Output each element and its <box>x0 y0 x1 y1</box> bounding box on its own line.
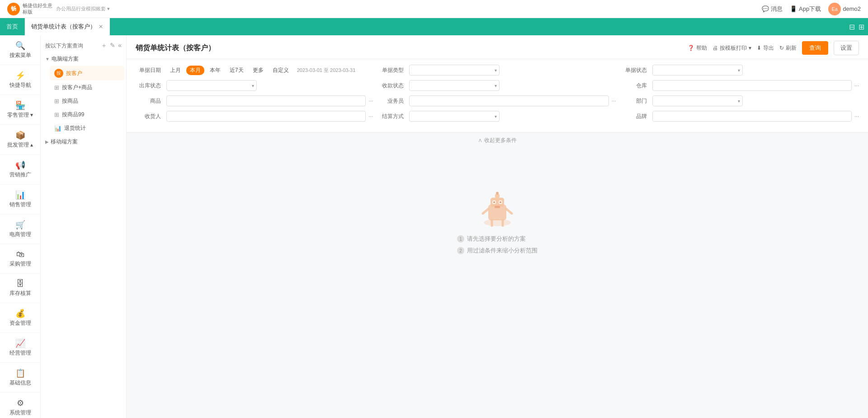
purchase-icon: 🛍 <box>0 250 40 259</box>
sidebar-item-quicknav[interactable]: ⚡ 快捷导航 <box>0 65 40 95</box>
tree-arrow-desktop: ▼ <box>45 57 50 62</box>
doc-type-select-wrapper: ▾ <box>409 65 500 76</box>
by-customer-goods-icon: ⊞ <box>54 84 59 91</box>
sidebar-item-search[interactable]: 🔍 搜索菜单 <box>0 35 40 65</box>
left-panel: 按以下方案查询 ＋ ✎ « ▼ 电脑端方案 按 <box>41 35 127 418</box>
doc-type-label: 单据类型 <box>378 66 404 74</box>
refresh-button[interactable]: ↻ 刷新 <box>779 44 797 52</box>
by-goods-99-icon: ⊞ <box>54 111 59 118</box>
sidebar-item-ecommerce[interactable]: 🛒 电商管理 <box>0 214 40 244</box>
help-button[interactable]: ❓ 帮助 <box>688 44 707 52</box>
tree-mobile-header[interactable]: ▶ 移动端方案 <box>41 135 126 148</box>
sidebar-item-operations[interactable]: 📈 经营管理 <box>0 333 40 363</box>
receiver-more[interactable]: ··· <box>368 113 373 119</box>
warehouse-label: 仓库 <box>622 82 647 90</box>
by-goods-icon: ⊞ <box>54 98 59 104</box>
empty-illustration <box>475 184 520 229</box>
date-tab-this-year[interactable]: 本年 <box>206 66 224 75</box>
logo-icon: 畅 <box>7 3 20 15</box>
brand-control: ··· <box>652 111 859 122</box>
department-select[interactable] <box>652 95 743 106</box>
tree-desktop-header[interactable]: ▼ 电脑端方案 <box>41 52 126 66</box>
system-icon: ⚙ <box>0 398 40 408</box>
tab-minimize-button[interactable]: ⊟ <box>849 23 855 31</box>
add-scheme-button[interactable]: ＋ <box>101 42 107 50</box>
brand-input[interactable] <box>652 111 852 122</box>
goods-control: ··· <box>166 95 373 106</box>
sidebar-item-inventory[interactable]: 🗄 库存核算 <box>0 274 40 303</box>
message-icon: 💬 <box>762 5 769 12</box>
app-download-button[interactable]: 📱 App下载 <box>790 5 821 13</box>
warehouse-input[interactable] <box>652 80 852 91</box>
app-icon: 📱 <box>790 5 797 12</box>
page-actions: ❓ 帮助 🖨 按模板打印 ▾ ⬇ 导出 ↻ 刷新 <box>688 41 859 55</box>
collapse-row[interactable]: ∧ 收起更多条件 <box>127 133 868 148</box>
date-control: 上月 本月 本年 近7天 更多 自定义 2023-03-01 至 2023-03… <box>166 66 373 75</box>
date-tab-more[interactable]: 更多 <box>249 66 267 75</box>
receiver-input[interactable] <box>166 111 366 122</box>
user-menu[interactable]: Ea demo2 <box>828 3 861 15</box>
date-label: 单据日期 <box>136 66 161 74</box>
edit-scheme-button[interactable]: ✎ <box>110 42 115 50</box>
tree-leaf-by-customer-goods[interactable]: ⊞ 按客户+商品 <box>50 81 124 94</box>
brand-more[interactable]: ··· <box>854 113 859 119</box>
goods-input[interactable] <box>166 95 366 106</box>
refresh-icon: ↻ <box>779 45 784 51</box>
settlement-select-wrapper: ▾ <box>409 111 500 122</box>
doc-status-select-wrapper: ▾ <box>652 65 743 76</box>
date-tab-custom[interactable]: 自定义 <box>269 66 292 75</box>
tree-leaf-by-customer[interactable]: 按 按客户 <box>50 66 124 81</box>
svg-point-6 <box>500 201 501 203</box>
export-button[interactable]: ⬇ 导出 <box>757 44 774 52</box>
tab-bar-right: ⊟ ⊞ <box>849 23 868 31</box>
receipt-status-label: 收款状态 <box>378 82 404 90</box>
receipt-status-select[interactable] <box>409 80 500 91</box>
date-tab-last7[interactable]: 近7天 <box>226 66 247 75</box>
collapse-panel-button[interactable]: « <box>118 42 122 50</box>
brand-label: 品牌 <box>622 113 647 120</box>
salesperson-control: ··· <box>409 95 616 106</box>
doc-type-select[interactable] <box>409 65 500 76</box>
tree-arrow-mobile: ▶ <box>45 139 49 144</box>
out-status-select[interactable] <box>166 80 257 91</box>
department-control: ▾ <box>652 95 859 106</box>
doc-status-label: 单据状态 <box>622 66 647 74</box>
warehouse-more[interactable]: ··· <box>854 82 859 89</box>
sidebar-item-finance[interactable]: 💰 资金管理 <box>0 303 40 333</box>
settlement-select[interactable] <box>409 111 500 122</box>
message-button[interactable]: 💬 消息 <box>762 5 783 13</box>
tree-leaf-return-stats[interactable]: 📊 退货统计 <box>50 122 124 135</box>
query-button[interactable]: 查询 <box>802 41 828 55</box>
goods-label: 商品 <box>136 97 161 105</box>
tree-desktop: ▼ 电脑端方案 按 按客户 ⊞ 按客户+商品 ⊞ <box>41 52 126 135</box>
empty-tip-2: 2 用过滤条件来缩小分析范围 <box>457 247 538 255</box>
sidebar-item-basic[interactable]: 📋 基础信息 <box>0 363 40 393</box>
tab-close-icon[interactable]: ✕ <box>99 24 103 30</box>
sidebar-item-sales[interactable]: 📊 销售管理 <box>0 185 40 214</box>
template-print-button[interactable]: 🖨 按模板打印 ▾ <box>712 44 751 52</box>
sidebar-item-wholesale[interactable]: 📦 批发管理 ▴ <box>0 125 40 155</box>
header-right: 💬 消息 📱 App下载 Ea demo2 <box>762 3 861 15</box>
tab-sales-stats[interactable]: 销货单统计表（按客户） ✕ <box>25 18 110 35</box>
salesperson-input[interactable] <box>409 95 609 106</box>
settings-button[interactable]: 设置 <box>834 41 859 55</box>
doc-status-select[interactable] <box>652 65 743 76</box>
svg-point-5 <box>493 201 495 203</box>
tree-leaf-by-goods-99[interactable]: ⊞ 按商品99 <box>50 108 124 121</box>
tab-home[interactable]: 首页 <box>0 18 25 35</box>
by-customer-icon: 按 <box>54 69 63 78</box>
marketing-icon: 📢 <box>0 160 40 170</box>
sidebar-item-retail[interactable]: 🏪 零售管理 ▾ <box>0 95 40 125</box>
date-tab-this-month[interactable]: 本月 <box>186 66 204 75</box>
account-selector[interactable]: 办公用品行业模拟账套 ▾ <box>56 5 110 12</box>
salesperson-more[interactable]: ··· <box>612 98 616 104</box>
tab-maximize-button[interactable]: ⊞ <box>859 23 864 31</box>
sidebar-item-system[interactable]: ⚙ 系统管理 <box>0 393 40 418</box>
tree-leaf-by-goods[interactable]: ⊞ 按商品 <box>50 95 124 108</box>
goods-more[interactable]: ··· <box>368 98 373 104</box>
logo-text: 畅捷信好生意 标版 <box>23 3 52 14</box>
sidebar-item-purchase[interactable]: 🛍 采购管理 <box>0 244 40 274</box>
left-panel-header: 按以下方案查询 ＋ ✎ « <box>41 39 126 52</box>
sidebar-item-marketing[interactable]: 📢 营销推广 <box>0 155 40 185</box>
date-tab-last-month[interactable]: 上月 <box>166 66 184 75</box>
